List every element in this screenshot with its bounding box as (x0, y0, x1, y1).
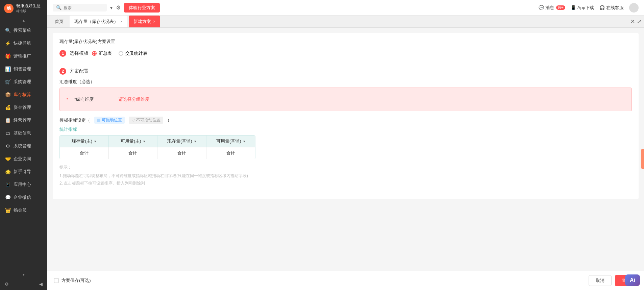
section-template: 1 选择模板 汇总表 交叉统计表 (59, 50, 632, 61)
main-area: 🔍 ▾ ⚙ 体验行业方案 💬 消息 99+ 📱 App下载 🎧 在线客服 (47, 0, 644, 290)
ai-badge[interactable]: Ai (625, 274, 640, 286)
radio-cross-label: 交叉统计表 (125, 50, 147, 56)
sidebar-item-cooperation[interactable]: 🤝 企业协同 (0, 152, 47, 165)
sidebar-item-app-center[interactable]: 📱 应用中心 (0, 178, 47, 191)
online-service-button[interactable]: 🎧 在线客服 (599, 5, 624, 11)
tab-close-button[interactable]: ✕ (630, 18, 635, 25)
sidebar-item-inventory[interactable]: 📦 库存核算 (0, 88, 47, 101)
stats-header-label-2: 现存量(基辅) (167, 138, 192, 144)
tab-expand-button[interactable]: ⤢ (637, 18, 641, 25)
sidebar-scroll-up[interactable]: ▲ (0, 17, 47, 24)
crown-icon: 👑 (5, 207, 11, 213)
collapse-button[interactable]: ◀ (39, 282, 43, 287)
tab-inventory-close[interactable]: × (120, 19, 123, 24)
sidebar-scroll-down[interactable]: ▼ (0, 271, 47, 278)
tab-bar: 首页 现存量（库存状况表） × 新建方案 × ✕ ⤢ (47, 16, 644, 28)
chevron-down-icon-1: ▾ (143, 139, 145, 144)
radio-summary[interactable]: 汇总表 (92, 50, 112, 56)
sidebar-item-search-menu[interactable]: 🔍 搜索菜单 (0, 24, 47, 37)
template-options: 汇总表 交叉统计表 (92, 50, 147, 56)
sidebar-item-sales[interactable]: 📊 销售管理 (0, 63, 47, 75)
sidebar-item-marketing[interactable]: 🎁 营销推广 (0, 50, 47, 63)
tips-section: 提示： 1.拖动标题栏可以调整布局，不可跨维度或指标区域拖动栏目字段(只能在同一… (59, 165, 632, 187)
logo-text: 畅康通好生意 标准版 (16, 3, 41, 14)
chevron-down-icon-2: ▾ (194, 139, 196, 144)
sidebar-item-label: 营销推广 (14, 53, 31, 59)
message-button[interactable]: 💬 消息 99+ (539, 5, 565, 11)
message-icon: 💬 (539, 5, 544, 10)
stats-header-1[interactable]: 可用量(主) ▾ (109, 136, 158, 147)
sidebar-item-label: 应用中心 (14, 182, 31, 188)
radio-summary-label: 汇总表 (99, 50, 112, 56)
stats-header-3[interactable]: 可用量(基辅) ▾ (206, 136, 255, 147)
tab-new-close[interactable]: × (153, 19, 155, 24)
sidebar-item-system[interactable]: ⚙ 系统管理 (0, 140, 47, 152)
content-area: 现存量(库存状况表)方案设置 1 选择模板 汇总表 (47, 28, 644, 271)
search-input[interactable] (64, 5, 97, 10)
stats-header-label-1: 可用量(主) (121, 138, 141, 144)
stats-section-label: 统计指标 (59, 126, 632, 132)
stats-header-2[interactable]: 现存量(基辅) ▾ (157, 136, 206, 147)
sidebar-item-membership[interactable]: 👑 畅会员 (0, 204, 47, 217)
radio-summary-circle (92, 51, 97, 56)
app-download-button[interactable]: 📱 App下载 (571, 5, 594, 11)
sidebar-item-quick-nav[interactable]: ⚡ 快捷导航 (0, 37, 47, 50)
sidebar-item-label: 快捷导航 (14, 40, 31, 46)
main-panel: 现存量(库存状况表)方案设置 1 选择模板 汇总表 (53, 33, 639, 199)
settings-button[interactable]: ⚙ (5, 282, 9, 287)
handshake-icon: 🤝 (5, 156, 11, 162)
section2-num: 2 (59, 68, 66, 75)
sidebar-nav: 🔍 搜索菜单 ⚡ 快捷导航 🎁 营销推广 📊 销售管理 🛒 采购管理 📦 库存核… (0, 24, 47, 271)
dim-row-label: *纵向维度 (74, 96, 94, 102)
stats-header-0[interactable]: 现存量(主) ▾ (60, 136, 109, 147)
user-avatar[interactable] (629, 3, 639, 13)
tab-home[interactable]: 首页 (50, 16, 68, 27)
industry-plan-button[interactable]: 体验行业方案 (124, 3, 160, 13)
gift-icon: 🎁 (5, 53, 11, 59)
stats-cell-0-2: 合计 (157, 147, 206, 159)
radio-cross[interactable]: 交叉统计表 (119, 50, 147, 56)
cancel-button[interactable]: 取消 (589, 275, 612, 286)
tips-item-1: 2. 点击标题栏下拉可设置排序、插入列和删除列 (59, 180, 632, 187)
cart-icon: 🛒 (5, 79, 11, 85)
topbar-search-box[interactable]: 🔍 (53, 4, 107, 11)
sidebar-item-finance[interactable]: 💰 资金管理 (0, 101, 47, 114)
chat-icon: 💬 (5, 194, 11, 200)
tab-new-plan[interactable]: 新建方案 × (129, 16, 160, 27)
tab-inventory[interactable]: 现存量（库存状况表） × (70, 16, 127, 27)
stats-table: 现存量(主) ▾ 可用量(主) ▾ 现存量(基辅) ▾ (59, 135, 255, 159)
folder-icon: 🗂 (5, 130, 11, 136)
topbar-dropdown-icon[interactable]: ▾ (110, 5, 113, 10)
right-scroll-handle[interactable] (641, 149, 644, 169)
dimension-area[interactable]: * *纵向维度 —— 请选择分组维度 (59, 88, 632, 111)
metrics-label: 模板指标设定（ (59, 117, 90, 123)
dim-dash: —— (102, 97, 110, 102)
flash-icon: ⚡ (5, 40, 11, 46)
sidebar-item-operations[interactable]: 📋 经营管理 (0, 114, 47, 127)
stats-cell-0-3: 合计 (206, 147, 255, 159)
dim-section-label: 汇总维度（必选） (59, 79, 632, 85)
gear-icon: ⚙ (5, 143, 11, 149)
sidebar-item-label: 畅会员 (14, 207, 27, 213)
save-checkbox[interactable] (54, 278, 59, 283)
not-draggable-badge: 不可拖动位置 (129, 117, 163, 124)
save-option: 方案保存(可选) (54, 277, 91, 284)
clipboard-icon: 📋 (5, 117, 11, 123)
stats-table-row-0: 合计 合计 合计 合计 (60, 147, 255, 159)
sidebar-item-label: 销售管理 (14, 66, 31, 72)
sidebar-item-purchase[interactable]: 🛒 采购管理 (0, 75, 47, 88)
sidebar-item-basic-info[interactable]: 🗂 基础信息 (0, 127, 47, 140)
sidebar-item-label: 经营管理 (14, 117, 31, 123)
search-icon: 🔍 (5, 27, 11, 33)
radio-cross-circle (119, 51, 123, 56)
sidebar-bottom: ⚙ ◀ (0, 278, 47, 290)
section1-num: 1 (59, 50, 66, 57)
sidebar-item-label: 采购管理 (14, 79, 31, 85)
sidebar-item-guide[interactable]: 🌟 新手引导 (0, 165, 47, 178)
sidebar-item-wechat[interactable]: 💬 企业微信 (0, 191, 47, 204)
money-icon: 💰 (5, 104, 11, 111)
sidebar-item-label: 企业微信 (14, 194, 31, 200)
stats-cell-0-0: 合计 (60, 147, 109, 159)
topbar-settings-icon[interactable]: ⚙ (116, 4, 121, 11)
sidebar-item-label: 新手引导 (14, 169, 31, 175)
